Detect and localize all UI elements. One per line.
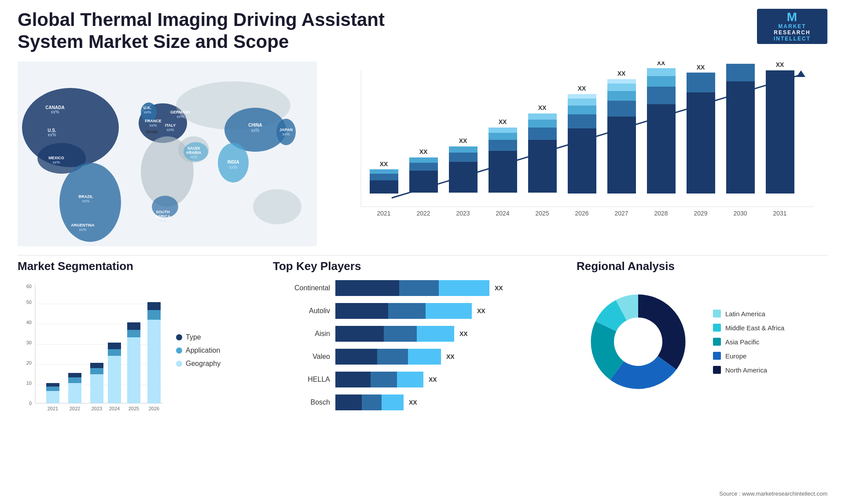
- svg-text:XX: XX: [697, 64, 705, 71]
- svg-text:2029: 2029: [694, 210, 707, 217]
- svg-text:XX: XX: [419, 148, 428, 155]
- player-bar-bosch: XX: [335, 394, 563, 410]
- svg-text:CHINA: CHINA: [248, 123, 262, 128]
- bar-chart: XX 2021 XX 2022 XX 2023 XX 2024 XX 2025: [326, 62, 827, 237]
- svg-text:2027: 2027: [614, 210, 628, 217]
- divider: [18, 255, 827, 256]
- svg-text:2022: 2022: [416, 210, 430, 217]
- svg-text:2026: 2026: [575, 210, 588, 217]
- svg-text:60: 60: [26, 284, 32, 289]
- svg-text:2024: 2024: [109, 406, 120, 411]
- svg-text:xx%: xx%: [251, 128, 260, 133]
- svg-rect-87: [607, 91, 636, 101]
- svg-rect-98: [687, 92, 715, 194]
- svg-text:2023: 2023: [92, 406, 102, 411]
- svg-text:ITALY: ITALY: [165, 123, 176, 128]
- legend-north-america-label: North America: [725, 366, 767, 374]
- svg-text:XX: XX: [617, 70, 626, 77]
- donut-area: Latin America Middle East & Africa Asia …: [577, 280, 827, 403]
- donut-chart: [577, 280, 700, 403]
- svg-text:30: 30: [26, 340, 32, 345]
- svg-text:XX: XX: [736, 62, 745, 63]
- svg-rect-82: [568, 94, 596, 99]
- seg-chart-area: 0 10 20 30 40 50 60 2021 2022 2023 2024 …: [18, 280, 264, 421]
- svg-text:XX: XX: [538, 104, 547, 111]
- svg-text:SPAIN: SPAIN: [146, 130, 158, 134]
- player-name-valeo: Valeo: [273, 353, 330, 361]
- legend-europe-label: Europe: [725, 352, 746, 360]
- legend-latin-america-color: [713, 310, 721, 318]
- svg-text:AFRICA: AFRICA: [155, 214, 170, 219]
- svg-rect-81: [568, 99, 596, 106]
- svg-text:xx%: xx%: [143, 110, 151, 114]
- svg-text:xx%: xx%: [190, 155, 197, 159]
- player-name-hella: HELLA: [273, 376, 330, 383]
- svg-text:2021: 2021: [48, 406, 58, 411]
- svg-rect-102: [726, 81, 755, 194]
- legend-geo-label: Geography: [186, 360, 220, 368]
- svg-text:JAPAN: JAPAN: [279, 128, 293, 132]
- svg-text:2025: 2025: [535, 210, 549, 217]
- svg-rect-94: [647, 76, 676, 87]
- svg-text:xx%: xx%: [159, 219, 166, 223]
- svg-rect-89: [607, 79, 636, 84]
- legend-latin-america-label: Latin America: [725, 310, 765, 318]
- svg-text:BRAZIL: BRAZIL: [79, 194, 93, 199]
- legend-asia-pacific-label: Asia Pacific: [725, 338, 760, 346]
- svg-rect-58: [409, 157, 438, 163]
- svg-rect-62: [449, 153, 478, 162]
- svg-rect-75: [528, 113, 557, 120]
- svg-rect-57: [409, 163, 438, 171]
- legend-application: Application: [176, 347, 220, 354]
- player-value-continental: XX: [495, 285, 503, 292]
- svg-text:XX: XX: [776, 62, 784, 68]
- svg-rect-67: [489, 140, 517, 151]
- svg-text:xx%: xx%: [48, 132, 56, 137]
- regional-legend: Latin America Middle East & Africa Asia …: [713, 310, 784, 374]
- key-players-section: Top Key Players Continental XX Autoliv X…: [273, 259, 563, 488]
- legend-asia-pacific: Asia Pacific: [713, 338, 784, 346]
- logo-letter: M: [787, 11, 797, 23]
- legend-geography: Geography: [176, 360, 220, 368]
- legend-type: Type: [176, 333, 220, 341]
- svg-text:xx%: xx%: [148, 134, 155, 139]
- svg-text:XX: XX: [459, 137, 467, 144]
- player-row-continental: Continental XX: [273, 280, 563, 296]
- market-segmentation-section: Market Segmentation 0 10 20 30 40 50 60: [18, 259, 264, 488]
- player-row-autoliv: Autoliv XX: [273, 303, 563, 319]
- svg-rect-95: [647, 68, 676, 76]
- svg-text:xx%: xx%: [52, 160, 60, 164]
- svg-rect-145: [127, 337, 140, 403]
- svg-rect-106: [766, 70, 794, 194]
- svg-text:2022: 2022: [70, 406, 80, 411]
- svg-rect-144: [108, 356, 121, 403]
- key-players-title: Top Key Players: [273, 259, 563, 273]
- svg-marker-50: [797, 70, 805, 77]
- player-name-bosch: Bosch: [273, 398, 330, 406]
- svg-point-3: [59, 163, 121, 242]
- svg-text:xx%: xx%: [176, 114, 184, 119]
- legend-app-label: Application: [186, 347, 220, 354]
- svg-rect-56: [409, 171, 438, 193]
- svg-text:xx%: xx%: [79, 227, 86, 232]
- svg-rect-88: [607, 84, 636, 91]
- svg-text:XX: XX: [380, 161, 388, 168]
- svg-text:0: 0: [29, 401, 32, 406]
- svg-text:2024: 2024: [496, 210, 509, 217]
- svg-text:ARABIA: ARABIA: [186, 150, 202, 155]
- svg-text:2026: 2026: [149, 406, 159, 411]
- svg-text:xx%: xx%: [282, 132, 290, 136]
- player-name-continental: Continental: [273, 284, 330, 292]
- svg-rect-86: [607, 101, 636, 117]
- svg-rect-80: [568, 106, 596, 114]
- player-value-aisin: XX: [459, 330, 468, 337]
- svg-rect-78: [568, 128, 596, 194]
- svg-text:XX: XX: [578, 85, 586, 92]
- svg-text:20: 20: [26, 360, 32, 365]
- svg-text:SOUTH: SOUTH: [156, 210, 170, 214]
- page-title: Global Thermal Imaging Driving Assistant…: [18, 9, 414, 53]
- svg-rect-68: [489, 133, 517, 140]
- legend-middle-east: Middle East & Africa: [713, 324, 784, 332]
- svg-rect-51: [370, 180, 398, 194]
- legend-latin-america: Latin America: [713, 310, 784, 318]
